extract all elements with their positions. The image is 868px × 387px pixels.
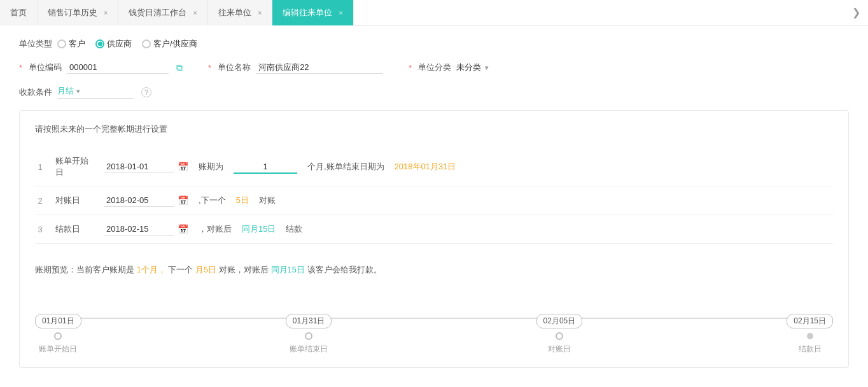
row-num-2: 2 [35, 196, 45, 206]
node-payment-dot [807, 333, 813, 339]
node-start-name: 账单开始日 [39, 344, 77, 355]
tab-cash-workbench[interactable]: 钱货日清工作台 × [118, 0, 207, 25]
timeline-node-payment: 02月15日 结款日 [787, 314, 833, 355]
help-question-mark: ? [144, 88, 148, 96]
node-payment-badge: 02月15日 [787, 314, 833, 328]
recon-date-input[interactable] [104, 194, 174, 207]
recon-highlight: 5日 [236, 195, 249, 206]
tab-sales-close[interactable]: × [104, 9, 108, 17]
recon-calendar-icon[interactable]: 📅 [178, 195, 188, 206]
recon-suffix: 对账 [259, 195, 276, 206]
recon-prefix: ,下一个 [199, 195, 226, 206]
chevron-right-icon: ❯ [852, 7, 860, 18]
code-group: * 单位编码 ⧉ [19, 61, 183, 74]
tab-partner-close[interactable]: × [258, 9, 262, 17]
node-recon-name: 对账日 [548, 344, 571, 355]
period-end-date: 2018年01月31日 [395, 161, 456, 172]
preview-prefix: 账期预览：当前客户账期是 [35, 265, 134, 274]
row-label-2: 对账日 [55, 195, 94, 206]
timeline-node-recon: 02月05日 对账日 [536, 314, 583, 355]
code-label: 单位编码 [29, 62, 62, 73]
period-unit-text: 个月,账单结束日期为 [307, 161, 384, 172]
start-date-wrapper: 📅 [104, 160, 188, 173]
settings-box: 请按照未来的一个完整帐期进行设置 1 账单开始日 📅 账期为 个月,账单结束日期… [19, 110, 849, 368]
radio-customer-label: 客户 [69, 38, 85, 50]
tab-sales-label: 销售订单历史 [48, 7, 97, 18]
code-required: * [19, 63, 22, 73]
start-date-input[interactable] [104, 160, 174, 173]
tab-home[interactable]: 首页 [0, 0, 38, 25]
tab-more-button[interactable]: ❯ [844, 6, 868, 18]
node-payment-name: 结款日 [799, 344, 822, 355]
unit-type-group: 单位类型 客户 供应商 客户/供应商 [19, 38, 197, 50]
node-start-dot [54, 332, 62, 340]
radio-cs-label: 客户/供应商 [153, 38, 197, 50]
tabs-bar: 首页 销售订单历史 × 钱货日清工作台 × 往来单位 × 编辑往来单位 × ❯ [0, 0, 868, 25]
preview-recon-suffix: 对账，对账后 [219, 265, 269, 274]
payment-date-wrapper: 📅 [104, 223, 188, 236]
payment-suffix: 结款 [286, 223, 302, 235]
settings-row-3: 3 结款日 📅 ，对账后 同月15日 结款 [35, 215, 833, 244]
payment-dropdown-icon: ▾ [76, 87, 80, 95]
node-recon-dot [556, 332, 563, 340]
preview-end: 该客户会给我打款。 [307, 265, 382, 274]
radio-group: 客户 供应商 客户/供应商 [57, 38, 197, 50]
payment-calendar-icon[interactable]: 📅 [178, 224, 188, 234]
node-start-badge: 01月01日 [35, 314, 81, 328]
period-label: 账期为 [199, 161, 223, 172]
category-arrow-icon: ▾ [485, 64, 489, 72]
node-recon-badge: 02月05日 [536, 314, 583, 328]
start-calendar-icon[interactable]: 📅 [178, 162, 188, 172]
name-required: * [208, 63, 211, 73]
category-required: * [409, 63, 412, 73]
code-input[interactable] [67, 61, 169, 74]
radio-supplier[interactable]: 供应商 [95, 38, 132, 50]
tab-edit-partner[interactable]: 编辑往来单位 × [272, 0, 353, 25]
period-input[interactable] [234, 160, 297, 174]
category-label: 单位分类 [418, 62, 451, 73]
category-value: 未分类 [456, 62, 481, 73]
preview-period: 1个月， [137, 265, 166, 274]
radio-customer[interactable]: 客户 [57, 38, 85, 50]
radio-cs-circle [142, 39, 151, 48]
node-end-dot [305, 332, 312, 340]
name-input[interactable] [256, 61, 383, 74]
payment-date-input[interactable] [104, 223, 174, 236]
radio-customer-circle [57, 39, 66, 48]
timeline-node-start: 01月01日 账单开始日 [35, 314, 81, 355]
tab-sales-history[interactable]: 销售订单历史 × [38, 0, 118, 25]
payment-highlight: 同月15日 [242, 223, 276, 235]
preview-payment-day: 同月15日 [271, 265, 305, 274]
timeline-container: 01月01日 账单开始日 01月31日 账单结束日 02月05日 对账日 [35, 295, 833, 355]
node-end-badge: 01月31日 [286, 314, 332, 328]
tab-cash-close[interactable]: × [193, 9, 197, 17]
name-label: 单位名称 [218, 62, 251, 73]
category-group: * 单位分类 未分类 ▾ [409, 62, 489, 73]
payment-help-icon[interactable]: ? [141, 87, 151, 97]
copy-icon[interactable]: ⧉ [176, 62, 183, 73]
payment-row: 收款条件 月结 ▾ ? [19, 85, 849, 99]
preview-recon-day: 月5日 [195, 265, 216, 274]
preview-recon-prefix: 下一个 [168, 265, 193, 274]
radio-customer-supplier[interactable]: 客户/供应商 [142, 38, 197, 50]
preview-section: 账期预览：当前客户账期是 1个月， 下一个 月5日 对账，对账后 同月15日 该… [35, 254, 833, 355]
row-label-3: 结款日 [55, 223, 94, 235]
tab-partner-units[interactable]: 往来单位 × [208, 0, 272, 25]
payment-select[interactable]: 月结 ▾ [57, 85, 134, 99]
main-content: 单位类型 客户 供应商 客户/供应商 * 单位编码 [0, 25, 868, 387]
settings-row-2: 2 对账日 📅 ,下一个 5日 对账 [35, 186, 833, 215]
settings-title: 请按照未来的一个完整帐期进行设置 [35, 123, 833, 135]
radio-supplier-label: 供应商 [107, 38, 132, 50]
category-dropdown[interactable]: 未分类 ▾ [456, 62, 489, 73]
payment-group: 收款条件 月结 ▾ ? [19, 85, 151, 99]
node-end-name: 账单结束日 [290, 344, 328, 355]
unit-type-label: 单位类型 [19, 38, 52, 50]
tab-edit-close[interactable]: × [339, 9, 342, 17]
recon-date-wrapper: 📅 [104, 194, 188, 207]
timeline-node-end: 01月31日 账单结束日 [286, 314, 332, 355]
row-num-1: 1 [35, 162, 45, 172]
tab-home-label: 首页 [10, 7, 27, 18]
unit-type-row: 单位类型 客户 供应商 客户/供应商 [19, 38, 849, 50]
row-label-1: 账单开始日 [55, 155, 94, 178]
tab-partner-label: 往来单位 [218, 7, 251, 18]
